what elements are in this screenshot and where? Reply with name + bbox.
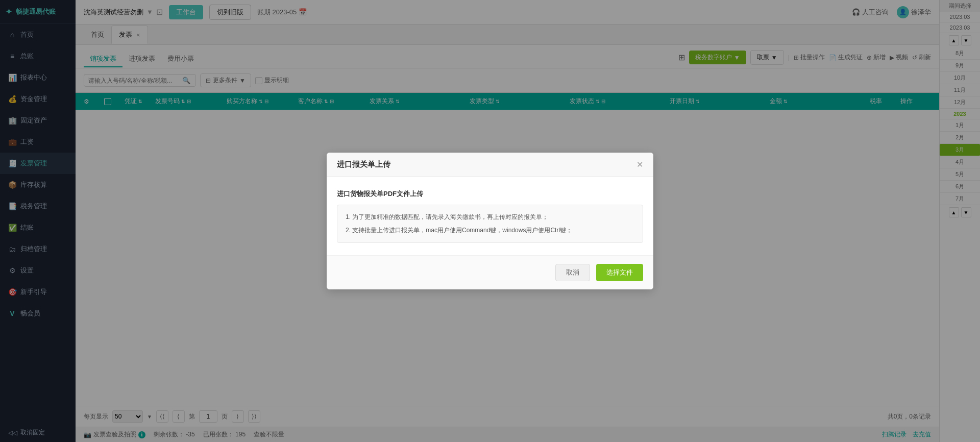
modal-confirm-btn[interactable]: 选择文件	[596, 264, 643, 281]
modal-title: 进口报关单上传	[337, 160, 390, 169]
modal-overlay[interactable]: 进口报关单上传 ✕ 进口货物报关单PDF文件上传 1. 为了更加精准的数据匹配，…	[0, 0, 980, 442]
modal-info-item-1: 1. 为了更加精准的数据匹配，请先录入海关缴款书，再上传对应的报关单；	[346, 212, 634, 222]
modal-close-btn[interactable]: ✕	[636, 160, 643, 169]
modal-footer: 取消 选择文件	[327, 255, 653, 289]
modal-info-item-2: 2. 支持批量上传进口报关单，mac用户使用Command键，windows用户…	[346, 226, 634, 235]
modal-header: 进口报关单上传 ✕	[327, 153, 653, 177]
modal-body: 进口货物报关单PDF文件上传 1. 为了更加精准的数据匹配，请先录入海关缴款书，…	[327, 177, 653, 255]
modal-info-box: 1. 为了更加精准的数据匹配，请先录入海关缴款书，再上传对应的报关单； 2. 支…	[337, 205, 643, 242]
modal: 进口报关单上传 ✕ 进口货物报关单PDF文件上传 1. 为了更加精准的数据匹配，…	[327, 153, 653, 289]
modal-cancel-btn[interactable]: 取消	[555, 264, 590, 281]
modal-section-title: 进口货物报关单PDF文件上传	[337, 189, 643, 199]
